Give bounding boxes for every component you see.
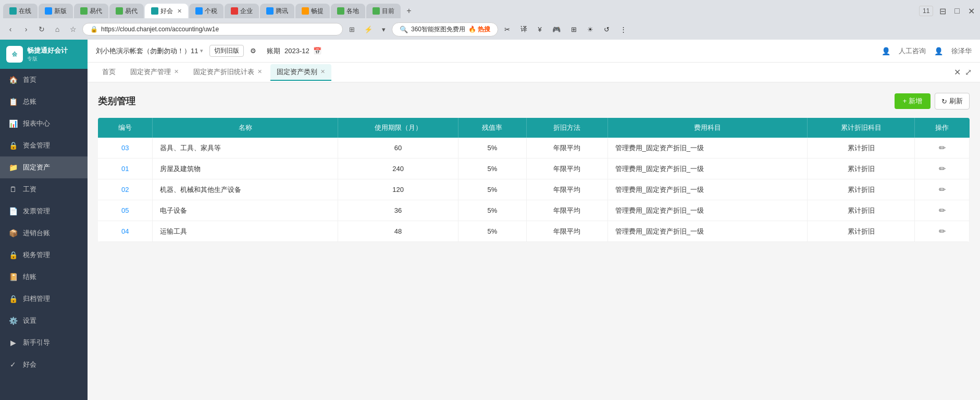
tab-close-5[interactable]: ✕ (177, 8, 182, 15)
tab-home[interactable]: 首页 (96, 64, 122, 81)
sidebar-item-settlement[interactable]: 📔 结账 (0, 266, 88, 288)
guide-icon: ▶ (8, 338, 18, 347)
cell-action-0[interactable]: ✏ (915, 138, 970, 159)
translate-icon[interactable]: 译 (517, 23, 530, 35)
tab-depreciation[interactable]: 固定资产折旧统计表 ✕ (187, 64, 268, 81)
cell-method-0: 年限平均 (526, 138, 607, 159)
sidebar-item-tax[interactable]: 🔒 税务管理 (0, 244, 88, 266)
tab-category[interactable]: 固定资产类别 ✕ (270, 64, 331, 81)
lightning-icon[interactable]: ⚡ (361, 25, 376, 34)
grid-icon[interactable]: ⊞ (568, 25, 580, 34)
switch-version-button[interactable]: 切到旧版 (209, 45, 244, 57)
sidebar-item-inventory[interactable]: 📦 进销台账 (0, 222, 88, 244)
brightness-icon[interactable]: ☀ (584, 25, 597, 34)
inventory-icon: 📦 (8, 228, 18, 238)
back-button[interactable]: ‹ (4, 23, 17, 35)
cell-accumulated-4: 累计折旧 (808, 221, 915, 242)
more-icon[interactable]: ⋮ (617, 25, 630, 34)
browser-tab-8[interactable]: 腾讯 (260, 4, 294, 18)
sidebar-item-settings[interactable]: ⚙️ 设置 (0, 310, 88, 332)
help-icon: 👤 (882, 47, 890, 55)
browser-tab-3[interactable]: 易代 (74, 4, 108, 18)
search-icon: 🔍 (400, 26, 408, 33)
search-text: 360智能抠图免费用 (411, 25, 465, 34)
home-page-button[interactable]: ⌂ (51, 23, 64, 35)
browser-tab-10[interactable]: 各地 (331, 4, 365, 18)
logo-icon: 会 (6, 46, 23, 63)
period-gear-icon[interactable]: ⚙ (250, 47, 256, 55)
cell-action-1[interactable]: ✏ (915, 159, 970, 179)
cell-action-2[interactable]: ✏ (915, 179, 970, 200)
close-tab-fixed-mgmt[interactable]: ✕ (174, 68, 179, 75)
cell-accumulated-0: 累计折旧 (808, 138, 915, 159)
wallet-icon[interactable]: ¥ (535, 25, 544, 34)
cell-period-3: 36 (338, 200, 458, 221)
salary-icon: 🗒 (8, 185, 18, 194)
tax-icon: 🔒 (8, 250, 18, 260)
browser-tab-1[interactable]: 在线 (3, 4, 38, 18)
refresh-page-button[interactable]: ↻ (35, 23, 48, 35)
sidebar-label-ledger: 总账 (23, 97, 36, 106)
bookmark-button[interactable]: ☆ (67, 23, 79, 35)
restore-window-btn[interactable]: ⊟ (937, 6, 948, 16)
close-tab-depreciation[interactable]: ✕ (257, 68, 262, 75)
header-actions: 👤 人工咨询 👤 徐泽华 (882, 46, 972, 56)
close-tab-category[interactable]: ✕ (320, 68, 325, 75)
sidebar-item-invoices[interactable]: 📄 发票管理 (0, 200, 88, 222)
main-content: 刘小艳演示帐套（勿删勿动！）11 ▾ 切到旧版 ⚙ 账期 2023-12 📅 👤… (88, 40, 980, 400)
scissors-icon[interactable]: ✂ (501, 25, 513, 34)
dropdown-icon[interactable]: ▾ (379, 25, 389, 34)
games-icon[interactable]: 🎮 (549, 25, 564, 34)
window-count[interactable]: 11 (919, 6, 933, 16)
browser-tab-11[interactable]: 目前 (366, 4, 401, 18)
add-category-button[interactable]: + 新增 (895, 93, 931, 109)
calendar-icon[interactable]: 📅 (313, 47, 321, 55)
cell-residual-1: 5% (458, 159, 527, 179)
user-avatar: 👤 (934, 47, 943, 55)
sidebar-item-salary[interactable]: 🗒 工资 (0, 178, 88, 200)
browser-tab-5[interactable]: 好会 ✕ (145, 4, 188, 18)
tab-close-panel-btn[interactable]: ✕ (954, 67, 961, 77)
help-label[interactable]: 人工咨询 (899, 46, 926, 56)
table-body: 03 器具、工具、家具等 60 5% 年限平均 管理费用_固定资产折旧_一级 累… (98, 138, 970, 242)
close-window-btn[interactable]: ✕ (966, 6, 977, 16)
cell-name-3: 电子设备 (153, 200, 338, 221)
sidebar-item-feedback[interactable]: ✓ 好会 (0, 354, 88, 375)
undo-icon[interactable]: ↺ (601, 25, 613, 34)
sidebar-item-ledger[interactable]: 📋 总账 (0, 91, 88, 113)
cell-action-3[interactable]: ✏ (915, 200, 970, 221)
ledger-icon: 📋 (8, 97, 18, 106)
table-row: 01 房屋及建筑物 240 5% 年限平均 管理费用_固定资产折旧_一级 累计折… (98, 159, 970, 179)
sidebar-item-archive[interactable]: 🔒 归档管理 (0, 288, 88, 310)
browser-tab-9[interactable]: 畅提 (295, 4, 330, 18)
sidebar-item-funds[interactable]: 🔒 资金管理 (0, 135, 88, 156)
user-dropdown-icon[interactable]: ▾ (200, 47, 203, 54)
new-tab-button[interactable]: + (402, 4, 416, 18)
browser-tab-2[interactable]: 新版 (39, 4, 73, 18)
search-bar[interactable]: 🔍 360智能抠图免费用 🔥 热搜 (392, 22, 498, 37)
sidebar-item-home[interactable]: 🏠 首页 (0, 69, 88, 91)
sidebar-label-home: 首页 (23, 75, 36, 84)
browser-tab-6[interactable]: 个税 (189, 4, 224, 18)
browser-tab-4[interactable]: 易代 (109, 4, 144, 18)
settlement-icon: 📔 (8, 272, 18, 282)
browser-tab-7[interactable]: 企业 (225, 4, 259, 18)
site-info-icon[interactable]: ⊞ (346, 25, 358, 34)
table-row: 03 器具、工具、家具等 60 5% 年限平均 管理费用_固定资产折旧_一级 累… (98, 138, 970, 159)
period-section: 账期 2023-12 📅 (267, 46, 321, 56)
refresh-button[interactable]: ↻ 刷新 (935, 93, 970, 110)
sidebar-label-salary: 工资 (23, 185, 36, 194)
sidebar-item-guide[interactable]: ▶ 新手引导 (0, 332, 88, 354)
page-title-text: 类别管理 (98, 95, 135, 107)
maximize-window-btn[interactable]: □ (952, 6, 962, 16)
cell-residual-4: 5% (458, 221, 527, 242)
cell-action-4[interactable]: ✏ (915, 221, 970, 242)
tab-fixed-mgmt[interactable]: 固定资产管理 ✕ (124, 64, 185, 81)
tab-expand-btn[interactable]: ⤢ (965, 67, 972, 77)
sidebar-item-fixed-assets[interactable]: 📁 固定资产 (0, 156, 88, 178)
url-input[interactable]: 🔒 https://cloud.chanjet.com/accounting/u… (82, 23, 343, 35)
sidebar-label-funds: 资金管理 (23, 141, 50, 150)
sidebar-item-reports[interactable]: 📊 报表中心 (0, 113, 88, 135)
forward-button[interactable]: › (20, 23, 32, 35)
table-row: 04 运输工具 48 5% 年限平均 管理费用_固定资产折旧_一级 累计折旧 ✏ (98, 221, 970, 242)
